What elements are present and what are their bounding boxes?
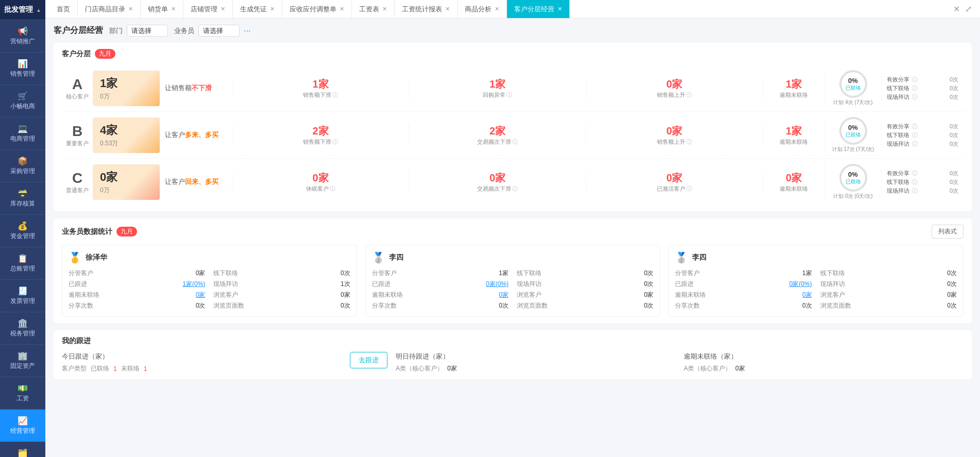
sidebar-item-固定资产[interactable]: 🏢固定资产: [0, 345, 45, 377]
tomorrow-a-label: A类（核心客户）: [396, 364, 443, 373]
staff-stat-row-1-7: 浏览页面数 0次: [517, 301, 653, 310]
filter-more-icon[interactable]: ···: [244, 26, 250, 36]
tab-close-5[interactable]: ✕: [340, 6, 344, 12]
staff-stat-row-0-3: 现场拜访 1次: [213, 280, 350, 289]
info-icon[interactable]: ⓘ: [912, 94, 918, 100]
tab-9[interactable]: 客户分层经营✕: [507, 0, 570, 19]
close-all-icon[interactable]: ✕: [953, 4, 960, 14]
page-title: 客户分层经营: [54, 25, 103, 36]
sidebar-icon-11: 💵: [0, 383, 45, 393]
sidebar-item-发票管理[interactable]: 🧾发票管理: [0, 280, 45, 312]
sidebar-item-库存核算[interactable]: 🗃️库存核算: [0, 182, 45, 215]
staff-select[interactable]: 请选择: [198, 25, 240, 37]
sidebar-item-经营管理[interactable]: 📈经营管理: [0, 410, 45, 442]
info-icon[interactable]: ⓘ: [330, 185, 335, 193]
staff-stat-row-0-0: 分管客户 0家: [69, 269, 205, 278]
tab-4[interactable]: 生成凭证✕: [233, 0, 282, 19]
tab-close-1[interactable]: ✕: [128, 6, 133, 12]
sidebar-item-小畅电商[interactable]: 🛒小畅电商: [0, 85, 45, 117]
tab-close-6[interactable]: ✕: [382, 6, 387, 12]
staff-filter: 业务员 请选择 ···: [174, 25, 250, 37]
info-icon[interactable]: ⓘ: [912, 141, 918, 147]
staff-stat-row-0-5: 浏览客户 0家: [213, 291, 350, 299]
info-icon[interactable]: ⓘ: [512, 138, 518, 146]
tab-close-3[interactable]: ✕: [221, 6, 225, 12]
sidebar-item-总账管理[interactable]: 📋总账管理: [0, 247, 45, 280]
info-icon[interactable]: ⓘ: [912, 188, 918, 194]
tab-close-8[interactable]: ✕: [495, 6, 499, 12]
info-icon[interactable]: ⓘ: [912, 123, 918, 129]
staff-section: 业务员数据统计 九月 列表式 🥇 徐泽华 分管客户 0家 线下联络 0次 已跟进…: [54, 218, 972, 323]
info-icon[interactable]: ⓘ: [912, 179, 918, 185]
overdue-followup-data: A类（核心客户） 0家: [684, 364, 964, 373]
staff-stat-val-0-4[interactable]: 0家: [196, 291, 206, 299]
list-style-button[interactable]: 列表式: [932, 225, 964, 239]
tab-6[interactable]: 工资表✕: [352, 0, 395, 19]
staff-stat-val-2-2[interactable]: 0家(0%): [789, 280, 812, 289]
info-icon[interactable]: ⓘ: [912, 132, 918, 138]
staff-stat-label-2-3: 现场拜访: [820, 280, 845, 289]
sidebar-top-label: 批发管理: [4, 5, 33, 14]
go-followup-area: 去跟进: [350, 352, 387, 368]
tier-stat2-C: 0家 交易频次下滑 ⓘ: [409, 171, 585, 193]
staff-stat-row-2-1: 线下联络 0次: [820, 269, 957, 278]
tab-close-4[interactable]: ✕: [270, 6, 275, 12]
info-icon[interactable]: ⓘ: [912, 170, 918, 176]
staff-stat-row-2-7: 浏览页面数 0次: [820, 301, 957, 310]
info-icon[interactable]: ⓘ: [686, 138, 692, 146]
tier-contact-B: 1家 逾期未联络: [763, 124, 824, 146]
staff-stat-val-2-6: 0次: [802, 301, 812, 310]
staff-stat-val-0-2[interactable]: 1家(0%): [182, 280, 205, 289]
sidebar-icon-1: 📊: [0, 59, 45, 69]
today-followup: 今日跟进（家） 客户类型 已联络 1 未联络 1: [62, 352, 342, 373]
right-stat: 有效分享 ⓘ 0次: [887, 170, 958, 177]
tab-0[interactable]: 首页: [49, 0, 78, 19]
sidebar-item-电商管理[interactable]: 💻电商管理: [0, 117, 45, 150]
dept-label: 部门: [109, 26, 123, 36]
sidebar-item-资金管理[interactable]: 💰资金管理: [0, 215, 45, 247]
staff-stat-row-0-6: 分享次数 0次: [69, 301, 205, 310]
info-icon[interactable]: ⓘ: [686, 185, 692, 193]
sidebar-item-税务管理[interactable]: 🏛️税务管理: [0, 312, 45, 345]
info-icon[interactable]: ⓘ: [686, 91, 692, 99]
tab-close-7[interactable]: ✕: [445, 6, 450, 12]
sidebar-item-基础信息[interactable]: 🗂️基础信息: [0, 442, 45, 457]
tab-2[interactable]: 销货单✕: [141, 0, 183, 19]
staff-stat-row-1-3: 现场拜访 0次: [517, 280, 653, 289]
staff-badge-2: 🥈: [675, 251, 688, 264]
info-icon[interactable]: ⓘ: [512, 185, 518, 193]
info-icon[interactable]: ⓘ: [332, 91, 338, 99]
tab-1[interactable]: 门店商品目录✕: [78, 0, 141, 19]
tab-label-0: 首页: [57, 5, 70, 14]
sidebar-item-工资[interactable]: 💵工资: [0, 377, 45, 410]
staff-stat-val-2-4[interactable]: 0家: [802, 291, 812, 299]
info-icon[interactable]: ⓘ: [506, 91, 512, 99]
sidebar-item-采购管理[interactable]: 📦采购管理: [0, 150, 45, 182]
tier-promo-A: 让销售额不下滑: [160, 83, 232, 93]
tier-stat3-C: 0家 已激活客户 ⓘ: [586, 171, 763, 193]
staff-stat-val-1-2[interactable]: 0家(0%): [486, 280, 509, 289]
info-icon[interactable]: ⓘ: [332, 138, 338, 146]
staff-stat-label-2-4: 逾期未联络: [675, 291, 706, 299]
tab-close-2[interactable]: ✕: [171, 6, 176, 12]
tab-7[interactable]: 工资统计报表✕: [395, 0, 458, 19]
go-followup-button[interactable]: 去跟进: [350, 352, 387, 368]
staff-stat-val-1-4[interactable]: 0家: [499, 291, 509, 299]
tier-stat2-A: 1家 回购异常 ⓘ: [409, 77, 585, 99]
today-followup-data: 客户类型 已联络 1 未联络 1: [62, 364, 342, 373]
page-header: 客户分层经营 部门 请选择 业务员 请选择 ···: [54, 25, 972, 37]
sidebar-item-销售管理[interactable]: 📊销售管理: [0, 53, 45, 85]
sidebar-item-营销推广[interactable]: 📢营销推广: [0, 20, 45, 53]
tab-close-9[interactable]: ✕: [557, 6, 562, 12]
dept-select[interactable]: 请选择: [127, 25, 168, 37]
tab-5[interactable]: 应收应付调整单✕: [282, 0, 352, 19]
overdue-followup: 逾期未联络（家） A类（核心客户） 0家: [684, 352, 964, 373]
info-icon[interactable]: ⓘ: [912, 76, 918, 82]
sidebar-top[interactable]: 批发管理 ▲: [0, 0, 45, 20]
staff-card-2: 🥈 李四 分管客户 1家 线下联络 0次 已跟进 0家(0%) 现场拜访 0次 …: [668, 245, 964, 317]
tab-3[interactable]: 店铺管理✕: [183, 0, 233, 19]
info-icon[interactable]: ⓘ: [912, 85, 918, 91]
staff-card-0: 🥇 徐泽华 分管客户 0家 线下联络 0次 已跟进 1家(0%) 现场拜访 1次…: [62, 245, 357, 317]
tab-8[interactable]: 商品分析✕: [458, 0, 507, 19]
fullscreen-icon[interactable]: ⤢: [965, 4, 972, 14]
